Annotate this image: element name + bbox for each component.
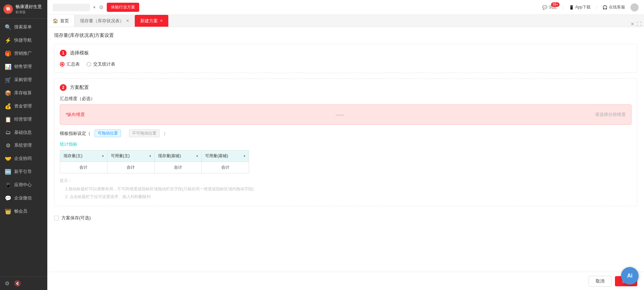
company-icon: 🤝 xyxy=(5,155,11,162)
dimension-area[interactable]: *纵向维度 —— 请选择分组维度 xyxy=(60,104,631,125)
sidebar-item-label: 资金管理 xyxy=(14,103,32,109)
tabs-bar: 🏠 首页 现存量（库存状况表） ✕ 新建方案 ✕ ✕ ⛶ xyxy=(47,15,644,27)
sidebar-item-inventory[interactable]: 📦 库存核算 xyxy=(0,87,47,100)
home-icon: 🏠 xyxy=(53,18,58,23)
tab-close-all-icon[interactable]: ✕ xyxy=(630,21,635,27)
tip-2: 2. 点击标题栏下拉可设置排序、插入列和删除列 xyxy=(60,193,631,201)
sidebar-item-system[interactable]: ⚙ 系统管理 xyxy=(0,139,47,152)
sidebar-item-sales[interactable]: 📊 销售管理 xyxy=(0,60,47,73)
sidebar-item-wechat[interactable]: 💬 企业微信 xyxy=(0,192,47,205)
sidebar-footer: ⚙ 🔇 xyxy=(0,276,47,290)
headset-icon: 🎧 xyxy=(602,5,608,10)
tab-inventory-status[interactable]: 现存量（库存状况表） ✕ xyxy=(75,15,135,27)
chevron-down-icon-3: ▾ xyxy=(196,154,198,158)
tab-home[interactable]: 🏠 首页 xyxy=(47,15,75,27)
tab-home-label: 首页 xyxy=(60,18,69,24)
indicator-settings: 模板指标设定（ 可拖动位置 不可拖动位置 ） xyxy=(60,129,631,137)
stats-col-2-label: 可用量(主) xyxy=(111,153,130,159)
sidebar-item-quick-nav[interactable]: ⚡ 快捷导航 xyxy=(0,34,47,47)
system-icon: ⚙ xyxy=(5,142,11,149)
sidebar-audio-icon[interactable]: 🔇 xyxy=(14,280,21,287)
dim-placeholder: 请选择分组维度 xyxy=(595,112,626,118)
wechat-icon: 💬 xyxy=(5,195,11,201)
stats-col-4-data: 合计 xyxy=(202,162,249,173)
sidebar-logo: 畅 畅康通好生意 标准版 xyxy=(0,0,47,19)
ai-button[interactable]: Ai xyxy=(621,267,639,285)
sidebar-item-label: 系统管理 xyxy=(14,142,32,148)
non-draggable-tag: 不可拖动位置 xyxy=(129,129,159,137)
sidebar-item-label: 经营管理 xyxy=(14,116,32,122)
tab-inventory-status-label: 现存量（库存状况表） xyxy=(80,18,124,24)
tab-controls: ✕ ⛶ xyxy=(628,21,644,27)
sidebar-nav: 🔍 搜索菜单 ⚡ 快捷导航 🎁 营销推广 📊 销售管理 🛒 采购管理 📦 库存核… xyxy=(0,19,47,276)
stats-col-2-header[interactable]: 可用量(主) ▾ xyxy=(107,150,155,162)
footer-bar: 取消 查询 xyxy=(47,272,644,290)
sidebar-item-label: 基础信息 xyxy=(14,129,32,136)
save-checkbox[interactable] xyxy=(54,216,59,220)
app-download-btn[interactable]: 📱 App下载 xyxy=(569,4,591,10)
industry-btn[interactable]: 体验行业方案 xyxy=(107,3,139,12)
sidebar-item-basic-info[interactable]: 🗂 基础信息 xyxy=(0,126,47,139)
dim-required: *纵向维度 xyxy=(66,112,85,118)
cancel-button[interactable]: 取消 xyxy=(589,276,612,287)
content-area: 现存量(库存状况表)方案设置 1 选择模板 汇总表 交叉统计表 2 xyxy=(47,27,644,272)
inventory-icon: 📦 xyxy=(5,90,11,96)
message-icon: 💬 xyxy=(542,5,547,10)
sidebar-item-company[interactable]: 🤝 企业协同 xyxy=(0,152,47,165)
sidebar-item-operations[interactable]: 📋 经营管理 xyxy=(0,113,47,126)
purchase-icon: 🛒 xyxy=(5,77,11,83)
save-label: 方案保存(可选) xyxy=(61,215,91,221)
chevron-down-icon-2: ▾ xyxy=(149,154,151,158)
ai-button-label: Ai xyxy=(627,273,633,279)
tab-new-scheme-close[interactable]: ✕ xyxy=(160,19,163,23)
app-name: 畅康通好生意 xyxy=(16,4,42,10)
sidebar-item-label: 采购管理 xyxy=(14,77,32,83)
sidebar-item-marketing[interactable]: 🎁 营销推广 xyxy=(0,47,47,60)
sidebar-item-finance[interactable]: 💰 资金管理 xyxy=(0,100,47,113)
tip-1: 1.拖动标题栏可以调整布局，不可跨维度或指标区域拖动栏目字段(只能在同一维度或指… xyxy=(60,185,631,193)
search-icon: 🔍 xyxy=(5,24,11,30)
sidebar-item-search[interactable]: 🔍 搜索菜单 xyxy=(0,21,47,34)
stats-table: 现存量(主) ▾ 可用量(主) ▾ 现存量(基辅) ▾ 可用量(基辅) xyxy=(60,150,249,173)
stats-col-3-header[interactable]: 现存量(基辅) ▾ xyxy=(155,150,202,162)
sidebar-item-label: 销售管理 xyxy=(14,64,32,70)
messages-btn[interactable]: 💬 消息 99+ xyxy=(542,4,557,10)
member-icon: 👑 xyxy=(5,208,11,215)
main-area: ▾ ⚙ 体验行业方案 💬 消息 99+ | 📱 App下载 | 🎧 在线客服 xyxy=(47,0,644,290)
dropdown-icon[interactable]: ▾ xyxy=(93,5,96,10)
tip-label: 提示： xyxy=(60,177,631,185)
sidebar-item-purchase[interactable]: 🛒 采购管理 xyxy=(0,73,47,87)
radio-cross[interactable]: 交叉统计表 xyxy=(86,61,115,67)
stats-col-1-label: 现存量(主) xyxy=(64,153,82,159)
section1-header: 1 选择模板 xyxy=(60,50,631,56)
sales-icon: 📊 xyxy=(5,64,11,70)
stats-col-1-data: 合计 xyxy=(60,162,107,173)
sidebar-item-member[interactable]: 👑 畅会员 xyxy=(0,205,47,218)
basic-info-icon: 🗂 xyxy=(5,129,11,136)
tab-inventory-status-close[interactable]: ✕ xyxy=(126,19,129,23)
nav-search-input[interactable] xyxy=(53,4,90,11)
template-options: 汇总表 交叉统计表 xyxy=(60,61,631,67)
tab-new-scheme[interactable]: 新建方案 ✕ xyxy=(135,15,169,27)
sidebar-item-label: 新手引导 xyxy=(14,169,32,175)
tab-expand-icon[interactable]: ⛶ xyxy=(637,21,641,27)
stats-col-1-header[interactable]: 现存量(主) ▾ xyxy=(60,150,107,162)
sidebar-item-app-center[interactable]: 📱 应用中心 xyxy=(0,178,47,192)
section2-title: 方案配置 xyxy=(70,84,89,91)
online-service-btn[interactable]: 🎧 在线客服 xyxy=(602,4,625,10)
quick-nav-icon: ⚡ xyxy=(5,37,11,44)
save-row: 方案保存(可选) xyxy=(54,212,637,224)
sidebar-item-new-guide[interactable]: 🆕 新手引导 xyxy=(0,165,47,178)
radio-summary[interactable]: 汇总表 xyxy=(60,61,80,67)
stats-col-2-data: 合计 xyxy=(107,162,155,173)
radio-summary-label: 汇总表 xyxy=(67,61,80,67)
sidebar-settings-icon[interactable]: ⚙ xyxy=(5,280,9,287)
sidebar-item-label: 企业协同 xyxy=(14,155,32,162)
stats-col-4-header[interactable]: 可用量(基辅) ▾ xyxy=(202,150,249,162)
sidebar: 畅 畅康通好生意 标准版 🔍 搜索菜单 ⚡ 快捷导航 🎁 营销推广 📊 销售管理… xyxy=(0,0,47,290)
indicator-settings-label: 模板指标设定（ xyxy=(60,130,91,137)
user-avatar[interactable] xyxy=(630,3,639,11)
sidebar-item-label: 快捷导航 xyxy=(14,37,32,43)
app-download-label: App下载 xyxy=(575,4,591,10)
gear-icon[interactable]: ⚙ xyxy=(99,4,103,10)
